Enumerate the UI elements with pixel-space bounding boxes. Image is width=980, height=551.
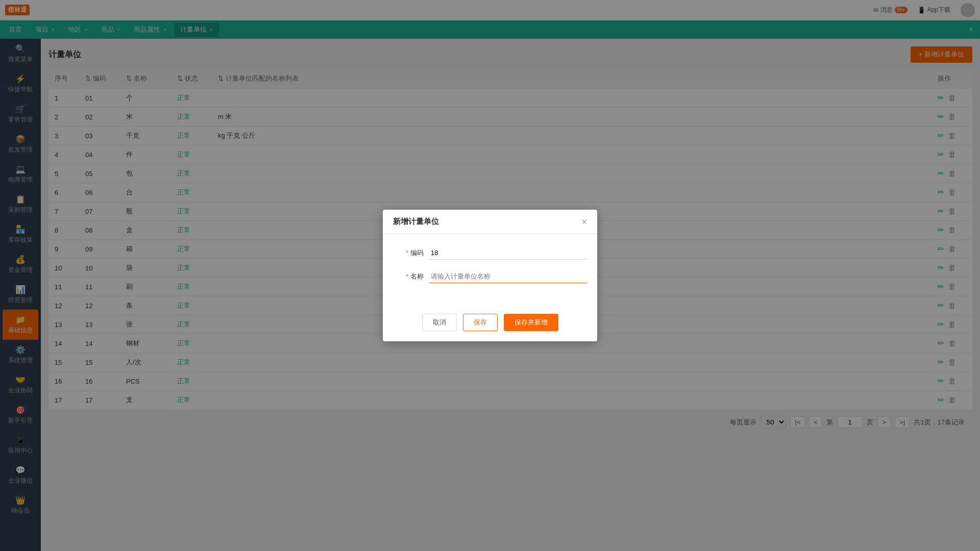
add-measure-unit-modal: 新增计量单位 × * 编码 * 名称 取消 保存 保存并新增 xyxy=(383,210,597,341)
modal-body: * 编码 * 名称 xyxy=(383,234,597,306)
modal-header: 新增计量单位 × xyxy=(383,210,597,234)
save-button[interactable]: 保存 xyxy=(463,314,498,331)
save-and-new-button[interactable]: 保存并新增 xyxy=(504,314,558,331)
form-code-input[interactable] xyxy=(429,246,587,260)
cancel-button[interactable]: 取消 xyxy=(422,314,457,331)
form-row-name: * 名称 xyxy=(393,270,587,283)
form-name-label: * 名称 xyxy=(393,272,429,281)
modal-title: 新增计量单位 xyxy=(393,217,439,227)
form-row-code: * 编码 xyxy=(393,246,587,260)
name-required-mark: * xyxy=(406,272,408,280)
modal-footer: 取消 保存 保存并新增 xyxy=(383,306,597,341)
modal-close-btn[interactable]: × xyxy=(581,217,587,227)
form-code-label: * 编码 xyxy=(393,248,429,258)
code-required-mark: * xyxy=(406,249,408,257)
modal-overlay: 新增计量单位 × * 编码 * 名称 取消 保存 保存并新增 xyxy=(0,0,980,551)
form-name-input[interactable] xyxy=(429,270,587,283)
